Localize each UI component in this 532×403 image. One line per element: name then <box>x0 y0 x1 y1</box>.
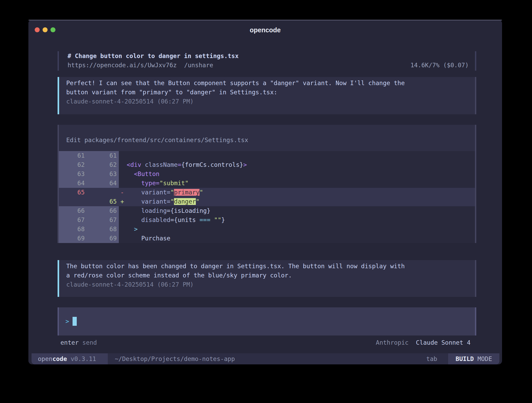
mode-name: BUILD <box>456 355 474 362</box>
code-token: type <box>141 180 156 187</box>
app-name-code: code <box>52 355 67 362</box>
edit-tool-block: Edit packages/frontend/src/containers/Se… <box>58 125 476 243</box>
assistant-message: The button color has been changed to dan… <box>58 260 476 297</box>
message-text: Perfect! I can see that the Button compo… <box>66 79 475 97</box>
diff-row: 6262 <div className={formCs.controls}> <box>59 160 475 169</box>
session-header: # Change button color to danger in setti… <box>58 51 476 71</box>
new-line-number: 67 <box>85 215 117 225</box>
working-directory: ~/Desktop/Projects/demo-notes-app <box>115 355 235 362</box>
code-token: } <box>221 216 225 223</box>
line-number-gutter: 6767 <box>59 215 119 225</box>
share-url[interactable]: https://opencode.ai/s/UwJxv76z <box>68 61 177 70</box>
line-number-gutter: 6666 <box>59 206 119 215</box>
line-number-gutter: 65 <box>59 197 119 206</box>
new-line-number: 62 <box>85 160 117 169</box>
line-number-gutter: 6363 <box>59 169 119 179</box>
context-marker <box>119 179 127 188</box>
old-line-number: 69 <box>59 234 85 243</box>
old-line-number: 64 <box>59 179 85 188</box>
new-line-number: 65 <box>85 197 117 206</box>
code-token <box>127 226 134 233</box>
code-token: " <box>200 189 203 196</box>
code-token: className <box>145 161 178 168</box>
code-token <box>141 161 145 168</box>
mode-chip[interactable]: BUILD MODE <box>448 353 499 364</box>
code-token <box>127 235 141 242</box>
message-model-meta: claude-sonnet-4-20250514 (06:27 PM) <box>66 280 475 289</box>
titlebar[interactable]: opencode <box>28 20 502 35</box>
diff-view: 6161 6262 <div className={formCs.control… <box>59 151 475 243</box>
line-number-gutter: 6161 <box>59 151 119 160</box>
status-bar: opencode v0.3.11 ~/Desktop/Projects/demo… <box>32 353 499 364</box>
new-line-number: 61 <box>85 151 117 160</box>
code-token: variant <box>141 189 167 196</box>
line-number-gutter: 6262 <box>59 160 119 169</box>
code-token <box>127 180 141 187</box>
context-marker <box>119 151 127 160</box>
context-marker <box>119 225 127 234</box>
line-number-gutter: 6969 <box>59 234 119 243</box>
code-token: {formCs.controls} <box>181 161 243 168</box>
text-cursor <box>73 317 77 326</box>
old-line-number: 62 <box>59 160 85 169</box>
diff-row: 6868 > <box>59 225 475 234</box>
code-token: " <box>170 189 174 196</box>
prompt-input[interactable]: > <box>58 307 476 335</box>
diff-row: 65- variant="primary" <box>59 188 475 197</box>
diff-row: 6464 type="submit" <box>59 179 475 188</box>
hints-row: enter send Anthropic Claude Sonnet 4 <box>58 338 476 347</box>
old-line-number: 66 <box>59 206 85 215</box>
diff-row: 6161 <box>59 151 475 160</box>
mode-suffix: MODE <box>478 355 492 362</box>
old-line-number: 68 <box>59 225 85 234</box>
old-line-number: 63 <box>59 169 85 179</box>
code-token: <Button <box>134 170 160 177</box>
message-model-meta: claude-sonnet-4-20250514 (06:27 PM) <box>66 97 475 106</box>
diff-row: 6969 Purchase <box>59 234 475 243</box>
context-marker <box>119 169 127 179</box>
line-number-gutter: 65 <box>59 188 119 197</box>
old-line-number: 67 <box>59 215 85 225</box>
code-token: = <box>156 180 160 187</box>
line-number-gutter: 6464 <box>59 179 119 188</box>
enter-key-hint: enter <box>60 338 79 347</box>
added-marker: + <box>119 197 127 206</box>
code-token: <div <box>127 161 141 168</box>
diff-row: 65+ variant="danger" <box>59 197 475 206</box>
code-token: loading <box>141 207 167 214</box>
code-token: = <box>167 198 170 205</box>
code-token: " <box>170 198 174 205</box>
code-token <box>127 189 141 196</box>
line-number-gutter: 6868 <box>59 225 119 234</box>
code-token: Purchase <box>141 235 170 242</box>
app-name-open: open <box>38 355 52 362</box>
new-line-number: 64 <box>85 179 117 188</box>
code-token: "" <box>214 216 221 223</box>
app-version: v0.3.11 <box>71 355 96 362</box>
code-token: ={isLoading} <box>167 207 210 214</box>
new-line-number: 63 <box>85 169 117 179</box>
model-label[interactable]: Claude Sonnet 4 <box>416 339 470 346</box>
unshare-command[interactable]: /unshare <box>184 61 213 70</box>
code-token: variant <box>141 198 167 205</box>
old-line-number: 61 <box>59 151 85 160</box>
new-line-number: 68 <box>85 225 117 234</box>
diff-row: 6767 disabled={units === ""} <box>59 215 475 225</box>
diff-row: 6363 <Button <box>59 169 475 179</box>
code-token: = <box>178 161 181 168</box>
context-marker <box>119 160 127 169</box>
session-title: # Change button color to danger in setti… <box>68 51 475 61</box>
code-token <box>211 216 214 223</box>
removed-marker: - <box>119 188 127 197</box>
assistant-message: Perfect! I can see that the Button compo… <box>58 77 476 114</box>
window-title: opencode <box>28 26 502 34</box>
old-line-number: 65 <box>59 188 85 197</box>
edit-file-path: Edit packages/frontend/src/containers/Se… <box>59 125 475 151</box>
app-version-chip: opencode v0.3.11 <box>32 353 108 364</box>
provider-label: Anthropic <box>376 339 409 346</box>
diff-row: 6666 loading={isLoading} <box>59 206 475 215</box>
code-token: "submit" <box>160 180 189 187</box>
token-usage: 14.6K/7% ($0.07) <box>410 61 475 70</box>
code-token <box>127 170 134 177</box>
new-line-number: 66 <box>85 206 117 215</box>
